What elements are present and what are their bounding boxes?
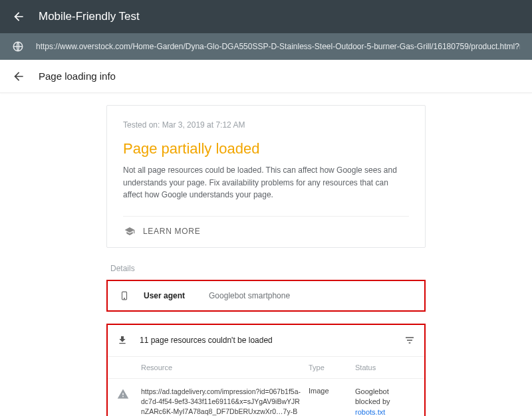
globe-icon: [12, 41, 24, 52]
tested-on-text: Tested on: Mar 3, 2019 at 7:12 AM: [123, 120, 409, 130]
resources-header[interactable]: 11 page resources couldn't be loaded: [108, 325, 424, 357]
resources-box: 11 page resources couldn't be loaded Res…: [106, 324, 426, 416]
summary-card: Tested on: Mar 3, 2019 at 7:12 AM Page p…: [106, 105, 426, 248]
warning-icon: [117, 387, 141, 400]
svg-point-2: [124, 298, 125, 298]
tested-url: https://www.overstock.com/Home-Garden/Dy…: [36, 42, 520, 51]
resources-table-header: Resource Type Status: [108, 357, 424, 379]
learn-more-label: LEARN MORE: [143, 227, 200, 236]
robots-txt-link[interactable]: robots.txt: [355, 408, 385, 416]
column-type: Type: [309, 364, 355, 371]
column-resource: Resource: [141, 364, 309, 371]
page-subbar: Page loading info: [0, 60, 532, 93]
resource-url: https://ad.tagdelivery.com/impression?id…: [141, 387, 309, 416]
graduation-cap-icon: [123, 226, 136, 237]
status-text: Googlebot blocked by: [355, 387, 390, 405]
smartphone-icon: [120, 288, 129, 303]
filter-icon[interactable]: [404, 335, 415, 346]
app-title: Mobile-Friendly Test: [39, 10, 140, 23]
resources-heading-text: 11 page resources couldn't be loaded: [140, 336, 404, 345]
resource-status: Googlebot blocked by robots.txt: [355, 387, 415, 416]
status-description: Not all page resources could be loaded. …: [123, 164, 409, 201]
subbar-back-icon[interactable]: [12, 70, 25, 83]
user-agent-label: User agent: [144, 291, 185, 300]
download-icon: [117, 335, 128, 346]
status-heading: Page partially loaded: [123, 140, 409, 157]
learn-more-row[interactable]: LEARN MORE: [123, 216, 409, 237]
user-agent-value: Googlebot smartphone: [209, 291, 290, 300]
url-bar: https://www.overstock.com/Home-Garden/Dy…: [0, 33, 532, 60]
app-topbar: Mobile-Friendly Test: [0, 0, 532, 33]
back-arrow-icon[interactable]: [12, 10, 25, 23]
user-agent-box: User agent Googlebot smartphone: [106, 280, 426, 312]
details-label: Details: [110, 264, 426, 273]
page-title: Page loading info: [39, 70, 116, 82]
resource-type: Image: [309, 387, 355, 395]
table-row: https://ad.tagdelivery.com/impression?id…: [108, 379, 424, 416]
column-status: Status: [355, 364, 415, 371]
content-area: Tested on: Mar 3, 2019 at 7:12 AM Page p…: [0, 93, 532, 416]
